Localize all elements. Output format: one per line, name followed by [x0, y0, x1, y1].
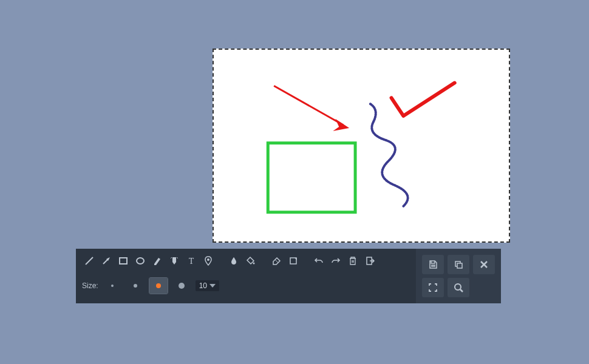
- trash-icon: [348, 256, 358, 266]
- svg-rect-3: [120, 258, 127, 264]
- size-xlarge-button[interactable]: [172, 278, 191, 294]
- save-icon: [428, 260, 438, 269]
- svg-text:T: T: [189, 257, 194, 266]
- save-button[interactable]: [422, 255, 444, 274]
- redo-icon: [331, 256, 341, 266]
- size-label: Size:: [82, 281, 98, 290]
- delete-button[interactable]: [346, 254, 360, 268]
- svg-line-10: [275, 260, 278, 263]
- svg-line-5: [171, 257, 172, 258]
- toolbar: T: [76, 249, 501, 303]
- ellipse-tool[interactable]: [133, 254, 148, 268]
- size-large-dot: [156, 283, 161, 288]
- ellipse-icon: [135, 256, 145, 266]
- exit-icon: [365, 256, 375, 266]
- copy-icon: [454, 260, 463, 269]
- pen-tool[interactable]: [150, 254, 165, 268]
- rectangle-icon: [118, 256, 128, 266]
- size-small-dot: [111, 285, 114, 287]
- pin-tool[interactable]: [201, 254, 216, 268]
- close-icon: [480, 260, 488, 269]
- svg-point-9: [253, 263, 255, 265]
- svg-point-4: [137, 258, 144, 264]
- copy-button[interactable]: [448, 255, 469, 274]
- eraser-tool[interactable]: [269, 254, 284, 268]
- marker-tool[interactable]: [167, 254, 182, 268]
- action-panel: [416, 249, 501, 303]
- text-icon: T: [186, 256, 196, 266]
- fullscreen-icon: [429, 283, 437, 292]
- pin-icon: [203, 256, 213, 266]
- rectangle-tool[interactable]: [116, 254, 131, 268]
- size-value: 10: [199, 281, 207, 290]
- size-small-button[interactable]: [103, 278, 121, 294]
- size-medium-button[interactable]: [126, 278, 145, 294]
- svg-point-17: [455, 284, 461, 290]
- tool-row: T: [82, 252, 410, 269]
- crop-tool[interactable]: [286, 254, 301, 268]
- svg-point-8: [207, 258, 209, 261]
- drawn-squiggle: [370, 104, 408, 206]
- blur-icon: [229, 256, 239, 266]
- toolbar-main: T: [76, 249, 416, 303]
- arrow-tool[interactable]: [99, 254, 114, 268]
- drawn-arrow-line: [274, 86, 343, 125]
- svg-rect-14: [457, 263, 462, 268]
- svg-line-6: [177, 257, 178, 258]
- drawn-checkmark: [392, 83, 455, 116]
- size-row: Size: 10: [82, 278, 410, 294]
- line-icon: [84, 256, 94, 266]
- eraser-icon: [271, 256, 281, 266]
- blur-tool[interactable]: [226, 254, 241, 268]
- undo-icon: [314, 256, 324, 266]
- size-large-button[interactable]: [149, 278, 168, 294]
- exit-button[interactable]: [363, 254, 377, 268]
- fill-icon: [246, 256, 256, 266]
- redo-button[interactable]: [329, 254, 343, 268]
- marker-icon: [169, 256, 179, 266]
- size-xlarge-dot: [179, 283, 185, 289]
- fullscreen-button[interactable]: [422, 278, 444, 297]
- canvas-drawings: [214, 50, 509, 242]
- zoom-icon: [454, 283, 463, 292]
- arrow-icon: [101, 256, 111, 266]
- size-medium-dot: [134, 284, 137, 288]
- undo-button[interactable]: [312, 254, 326, 268]
- canvas-selection[interactable]: [213, 49, 510, 243]
- svg-line-18: [460, 289, 463, 292]
- zoom-button[interactable]: [448, 278, 469, 297]
- crop-icon: [288, 256, 298, 266]
- line-tool[interactable]: [82, 254, 97, 268]
- drawn-rectangle: [268, 143, 355, 212]
- fill-tool[interactable]: [243, 254, 258, 268]
- svg-line-0: [86, 257, 93, 265]
- chevron-down-icon: [209, 284, 216, 288]
- close-button[interactable]: [473, 255, 495, 274]
- text-tool[interactable]: T: [184, 254, 199, 268]
- size-value-selector[interactable]: 10: [196, 280, 219, 291]
- pen-icon: [152, 256, 162, 266]
